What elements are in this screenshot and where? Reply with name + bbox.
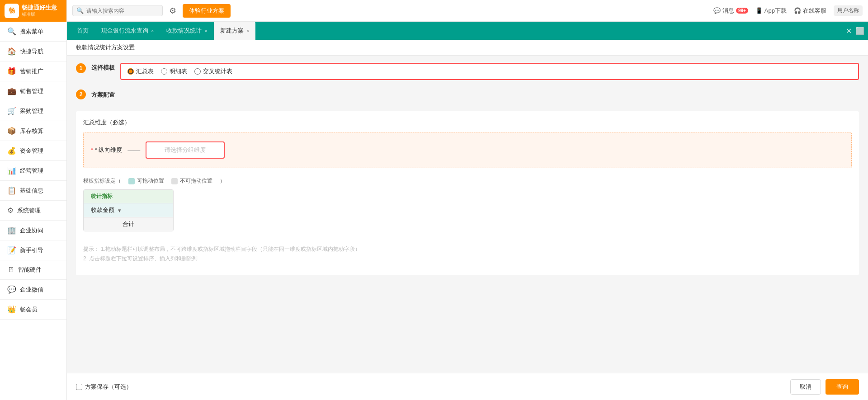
step1-section: 1 选择模板 汇总表 明细表 交叉统计表 xyxy=(76,63,859,80)
step2-badge: 2 xyxy=(76,89,86,99)
step2-header: 2 方案配置 xyxy=(76,89,115,99)
maximize-icon[interactable]: ⬜ xyxy=(855,27,864,35)
metrics-header: 统计指标 xyxy=(84,190,173,203)
metrics-dropdown-icon[interactable]: ▾ xyxy=(118,207,121,214)
sidebar-item-hardware[interactable]: 🖥 智能硬件 xyxy=(0,260,66,280)
topbar-right: 💬 消息 99+ 📱 App下载 🎧 在线客服 用户名称 xyxy=(713,5,863,16)
config-section: 汇总维度（必选） * * 纵向维度 —— 请选择分组维度 xyxy=(76,111,859,275)
radio-cross-label: 交叉统计表 xyxy=(203,67,232,75)
radio-cross-input[interactable] xyxy=(194,68,201,75)
vertical-label-text: * 纵向维度 xyxy=(95,146,123,153)
topbar: 🔍 ⚙ 体验行业方案 💬 消息 99+ 📱 App下载 🎧 在线客服 用户名称 xyxy=(67,0,868,22)
sidebar-item-search-menu[interactable]: 🔍 搜索菜单 xyxy=(0,22,66,42)
metrics-table: 统计指标 收款金额 ▾ 合计 xyxy=(83,189,174,231)
dimension-select[interactable]: 请选择分组维度 xyxy=(146,141,225,159)
tab-collection-stat-close-icon[interactable]: × xyxy=(204,28,207,33)
sidebar-item-label: 系统管理 xyxy=(17,207,41,215)
tab-new-plan-close-icon[interactable]: × xyxy=(246,28,249,33)
tip-2: 2. 点击标题栏下拉可设置排序、插入列和删除列 xyxy=(83,255,852,263)
radio-detail-input[interactable] xyxy=(161,68,167,75)
save-checkbox-input[interactable] xyxy=(76,384,82,390)
sidebar-item-label: 资金管理 xyxy=(20,147,43,155)
sidebar-item-enterprise[interactable]: 🏢 企业协同 xyxy=(0,221,66,240)
query-button[interactable]: 查询 xyxy=(826,379,859,395)
sidebar-item-purchase[interactable]: 🛒 采购管理 xyxy=(0,101,66,121)
page-header: 收款情况统计方案设置 xyxy=(67,40,868,56)
dimension-title: 汇总维度（必选） xyxy=(83,118,852,127)
tab-bank[interactable]: 现金银行流水查询 × xyxy=(95,22,160,40)
tab-collection-stat-label: 收款情况统计 xyxy=(166,27,202,35)
legend-close: ） xyxy=(220,177,225,185)
sidebar-item-label: 企业协同 xyxy=(20,226,43,235)
tabs-bar: 首页 现金银行流水查询 × 收款情况统计 × 新建方案 × ✕ ⬜ xyxy=(67,22,868,40)
radio-detail-label: 明细表 xyxy=(170,67,187,75)
sidebar-item-management[interactable]: 📊 经营管理 xyxy=(0,161,66,181)
radio-summary[interactable]: 汇总表 xyxy=(127,67,154,75)
step2-section: 2 方案配置 汇总维度（必选） * * 纵向维度 —— 请选择分组维 xyxy=(76,89,859,275)
search-menu-icon: 🔍 xyxy=(7,27,16,36)
non-draggable-legend: 不可拖动位置 xyxy=(171,177,212,185)
topbar-search-box[interactable]: 🔍 xyxy=(72,5,163,16)
message-item[interactable]: 💬 消息 99+ xyxy=(713,7,748,15)
sidebar-item-basic-info[interactable]: 📋 基础信息 xyxy=(0,181,66,201)
vertical-dimension-label: * * 纵向维度 xyxy=(91,146,122,154)
metrics-legend: 模板指标设定（ 可拖动位置 不可拖动位置 ） xyxy=(83,177,852,185)
step1-badge: 1 xyxy=(76,63,86,73)
sidebar-item-label: 搜索菜单 xyxy=(20,28,43,36)
sidebar-item-quick-nav[interactable]: 🏠 快捷导航 xyxy=(0,42,66,61)
sidebar: 畅 畅捷通好生意 标准版 🔍 搜索菜单 🏠 快捷导航 🎁 营销推广 💼 销售管理… xyxy=(0,0,67,400)
logo-text-block: 畅捷通好生意 标准版 xyxy=(22,4,57,18)
sidebar-item-wechat[interactable]: 💬 企业微信 xyxy=(0,280,66,300)
tab-new-plan[interactable]: 新建方案 × xyxy=(214,22,255,40)
sidebar-item-finance[interactable]: 💰 资金管理 xyxy=(0,141,66,161)
page-header-title: 收款情况统计方案设置 xyxy=(76,44,135,51)
hardware-icon: 🖥 xyxy=(7,266,14,274)
gift-icon: 🎁 xyxy=(7,67,16,75)
radio-cross[interactable]: 交叉统计表 xyxy=(194,67,232,75)
metrics-row-total: 合计 xyxy=(84,217,173,231)
radio-summary-input[interactable] xyxy=(127,68,134,75)
tab-collection-stat[interactable]: 收款情况统计 × xyxy=(160,22,213,40)
service-item[interactable]: 🎧 在线客服 xyxy=(794,7,826,15)
sales-icon: 💼 xyxy=(7,87,16,95)
download-item[interactable]: 📱 App下载 xyxy=(755,7,787,15)
service-icon: 🎧 xyxy=(794,7,801,14)
sidebar-item-label: 新手引导 xyxy=(20,246,43,254)
sidebar-item-system[interactable]: ⚙ 系统管理 xyxy=(0,201,66,221)
tip-1: 提示： 1.拖动标题栏可以调整布局，不可跨维度或指标区域拖动栏目字段（只能在同一… xyxy=(83,245,852,253)
sidebar-item-member[interactable]: 👑 畅会员 xyxy=(0,300,66,320)
close-window-icon[interactable]: ✕ xyxy=(846,27,852,35)
sidebar-item-sales[interactable]: 💼 销售管理 xyxy=(0,81,66,101)
save-option-checkbox[interactable]: 方案保存（可选） xyxy=(76,383,132,391)
inventory-icon: 📦 xyxy=(7,127,16,135)
gear-icon[interactable]: ⚙ xyxy=(167,4,178,18)
metrics-legend-title: 模板指标设定（ xyxy=(83,177,121,185)
sidebar-item-guide[interactable]: 📝 新手引导 xyxy=(0,240,66,260)
tab-home[interactable]: 首页 xyxy=(71,22,95,40)
main-area: 🔍 ⚙ 体验行业方案 💬 消息 99+ 📱 App下载 🎧 在线客服 用户名称 … xyxy=(67,0,868,400)
content-area: 收款情况统计方案设置 1 选择模板 汇总表 明细表 xyxy=(67,40,868,400)
cancel-button[interactable]: 取消 xyxy=(790,379,821,395)
arrow-icon: —— xyxy=(127,146,140,154)
message-badge: 99+ xyxy=(736,8,748,14)
footer-buttons: 取消 查询 xyxy=(790,379,859,395)
purchase-icon: 🛒 xyxy=(7,107,16,115)
sidebar-item-inventory[interactable]: 📦 库存核算 xyxy=(0,121,66,141)
industry-button[interactable]: 体验行业方案 xyxy=(183,4,231,18)
download-icon: 📱 xyxy=(755,7,763,14)
home-icon: 🏠 xyxy=(7,47,16,56)
download-label: App下载 xyxy=(764,7,787,15)
radio-detail[interactable]: 明细表 xyxy=(161,67,187,75)
user-name[interactable]: 用户名称 xyxy=(834,5,863,16)
tabs-right-controls: ✕ ⬜ xyxy=(846,27,868,35)
service-label: 在线客服 xyxy=(803,7,826,15)
basic-info-icon: 📋 xyxy=(7,186,16,195)
metrics-block: 模板指标设定（ 可拖动位置 不可拖动位置 ） xyxy=(83,177,852,233)
sidebar-item-marketing[interactable]: 🎁 营销推广 xyxy=(0,61,66,81)
sidebar-item-label: 企业微信 xyxy=(20,286,43,294)
metrics-row-amount: 收款金额 ▾ xyxy=(84,203,173,217)
logo-name: 畅捷通好生意 xyxy=(22,4,57,11)
non-draggable-dot xyxy=(171,178,178,184)
tab-bank-close-icon[interactable]: × xyxy=(151,28,154,33)
search-input[interactable] xyxy=(86,8,159,14)
